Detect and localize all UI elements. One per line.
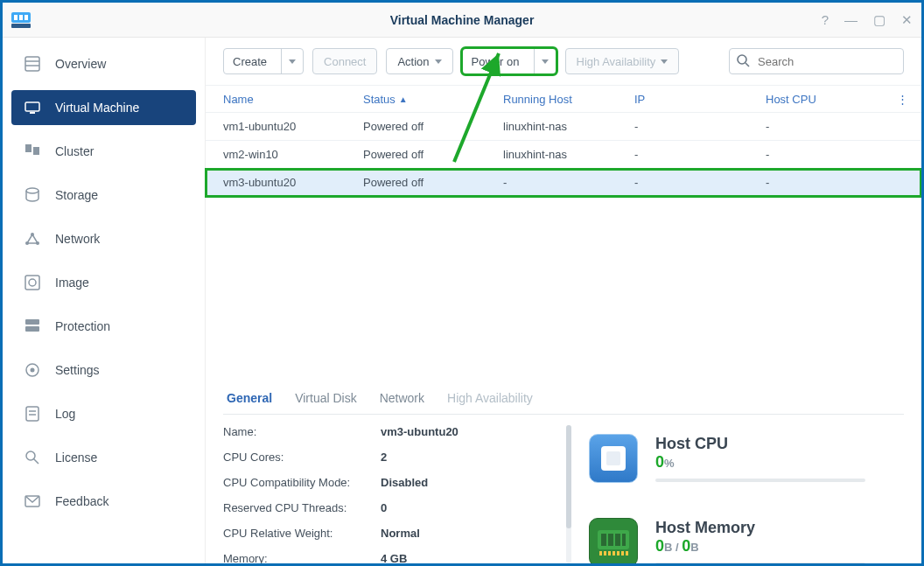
search-icon bbox=[736, 53, 750, 71]
svg-rect-39 bbox=[604, 551, 606, 556]
search-input[interactable] bbox=[729, 48, 904, 74]
search-field bbox=[729, 48, 904, 74]
table-header: Name Status▲ Running Host IP Host CPU ⋮ bbox=[206, 85, 921, 113]
minimize-icon[interactable]: — bbox=[844, 12, 858, 27]
sidebar-item-label: Log bbox=[55, 407, 75, 421]
svg-rect-10 bbox=[30, 112, 35, 114]
protection-icon bbox=[24, 318, 41, 335]
table-row[interactable]: vm2-win10Powered offlinuxhint-nas-- bbox=[206, 141, 921, 169]
overview-icon bbox=[24, 55, 41, 73]
sidebar: Overview Virtual Machine Cluster Storage… bbox=[3, 38, 206, 563]
content: Create Connect Action Power on High Avai… bbox=[206, 38, 921, 563]
vm-icon bbox=[24, 99, 41, 116]
metric-host-memory: Host Memory 0B / 0B bbox=[589, 518, 904, 567]
metric-bar bbox=[655, 563, 865, 566]
svg-rect-37 bbox=[622, 534, 626, 546]
label-cores: CPU Cores: bbox=[223, 451, 381, 464]
metric-value: 0 bbox=[655, 537, 664, 555]
table-row[interactable]: vm3-ubuntu20Powered off--- bbox=[206, 169, 921, 197]
caret-icon bbox=[289, 59, 296, 64]
svg-rect-2 bbox=[14, 15, 18, 20]
feedback-icon bbox=[24, 493, 41, 510]
svg-rect-32 bbox=[606, 451, 620, 465]
tab-general[interactable]: General bbox=[227, 391, 272, 405]
create-button[interactable]: Create bbox=[223, 48, 304, 74]
svg-rect-34 bbox=[601, 534, 606, 546]
svg-point-18 bbox=[29, 279, 36, 286]
svg-rect-11 bbox=[25, 144, 32, 152]
sidebar-item-network[interactable]: Network bbox=[11, 221, 196, 256]
svg-rect-23 bbox=[26, 407, 38, 421]
high-availability-button[interactable]: High Availability bbox=[565, 48, 680, 74]
cpu-icon bbox=[589, 434, 638, 483]
svg-rect-35 bbox=[608, 534, 613, 546]
label-resv: Reserved CPU Threads: bbox=[223, 501, 381, 514]
cluster-icon bbox=[24, 143, 41, 160]
tab-virtual-disk[interactable]: Virtual Disk bbox=[295, 391, 357, 405]
svg-rect-17 bbox=[25, 276, 39, 290]
label-name: Name: bbox=[223, 425, 381, 438]
metric-title: Host CPU bbox=[655, 435, 865, 453]
value-weight: Normal bbox=[381, 527, 420, 540]
svg-line-30 bbox=[746, 63, 749, 66]
close-icon[interactable]: ✕ bbox=[901, 12, 913, 28]
svg-rect-5 bbox=[11, 24, 31, 28]
sidebar-item-virtual-machine[interactable]: Virtual Machine bbox=[11, 90, 196, 125]
label-weight: CPU Relative Weight: bbox=[223, 527, 381, 540]
detail-properties: Name:vm3-ubuntu20 CPU Cores:2 CPU Compat… bbox=[223, 425, 563, 564]
svg-rect-42 bbox=[617, 551, 620, 556]
sidebar-item-label: Settings bbox=[55, 363, 100, 377]
svg-rect-3 bbox=[19, 15, 23, 20]
action-button[interactable]: Action bbox=[386, 48, 452, 74]
sidebar-item-log[interactable]: Log bbox=[11, 396, 196, 431]
sidebar-item-overview[interactable]: Overview bbox=[11, 46, 196, 81]
metric-host-cpu: Host CPU 0% bbox=[589, 434, 904, 483]
svg-point-22 bbox=[31, 368, 35, 373]
storage-icon bbox=[24, 186, 41, 204]
svg-rect-44 bbox=[626, 551, 628, 556]
sidebar-item-cluster[interactable]: Cluster bbox=[11, 134, 196, 169]
power-on-button[interactable]: Power on bbox=[462, 48, 556, 74]
log-icon bbox=[24, 405, 41, 423]
sidebar-item-storage[interactable]: Storage bbox=[11, 178, 196, 213]
sidebar-item-label: Overview bbox=[55, 57, 106, 71]
svg-rect-19 bbox=[25, 319, 39, 325]
svg-rect-36 bbox=[615, 534, 620, 546]
sidebar-item-image[interactable]: Image bbox=[11, 265, 196, 300]
svg-rect-41 bbox=[612, 551, 615, 556]
svg-point-29 bbox=[738, 55, 746, 64]
toolbar: Create Connect Action Power on High Avai… bbox=[206, 38, 921, 85]
help-icon[interactable]: ? bbox=[822, 12, 829, 27]
scrollbar-thumb[interactable] bbox=[566, 425, 571, 529]
col-name[interactable]: Name bbox=[223, 93, 363, 106]
svg-rect-6 bbox=[25, 57, 39, 71]
label-mem: Memory: bbox=[223, 552, 381, 565]
sort-asc-icon: ▲ bbox=[399, 94, 408, 104]
tab-high-availability[interactable]: High Availability bbox=[447, 391, 533, 405]
col-host[interactable]: Running Host bbox=[503, 93, 634, 106]
sidebar-item-label: Virtual Machine bbox=[55, 101, 139, 115]
col-more[interactable]: ⋮ bbox=[897, 93, 914, 106]
detail-panel: General Virtual Disk Network High Availa… bbox=[206, 381, 921, 564]
sidebar-item-label: Cluster bbox=[55, 144, 94, 158]
value-mem: 4 GB bbox=[381, 552, 407, 565]
sidebar-item-license[interactable]: License bbox=[11, 440, 196, 475]
svg-rect-4 bbox=[24, 15, 28, 20]
connect-button[interactable]: Connect bbox=[312, 48, 377, 74]
sidebar-item-feedback[interactable]: Feedback bbox=[11, 484, 196, 519]
sidebar-item-label: License bbox=[55, 451, 97, 465]
caret-icon bbox=[435, 59, 442, 64]
caret-icon bbox=[661, 59, 668, 64]
col-cpu[interactable]: Host CPU bbox=[766, 93, 897, 106]
tab-network[interactable]: Network bbox=[380, 391, 424, 405]
table-row[interactable]: vm1-ubuntu20Powered offlinuxhint-nas-- bbox=[206, 113, 921, 141]
detail-tabs: General Virtual Disk Network High Availa… bbox=[223, 381, 904, 415]
svg-rect-40 bbox=[608, 551, 611, 556]
col-status[interactable]: Status▲ bbox=[363, 93, 503, 106]
sidebar-item-settings[interactable]: Settings bbox=[11, 353, 196, 388]
sidebar-item-protection[interactable]: Protection bbox=[11, 309, 196, 344]
maximize-icon[interactable]: ▢ bbox=[873, 12, 886, 28]
svg-rect-12 bbox=[33, 147, 39, 155]
window-title: Virtual Machine Manager bbox=[3, 13, 921, 27]
col-ip[interactable]: IP bbox=[634, 93, 766, 106]
